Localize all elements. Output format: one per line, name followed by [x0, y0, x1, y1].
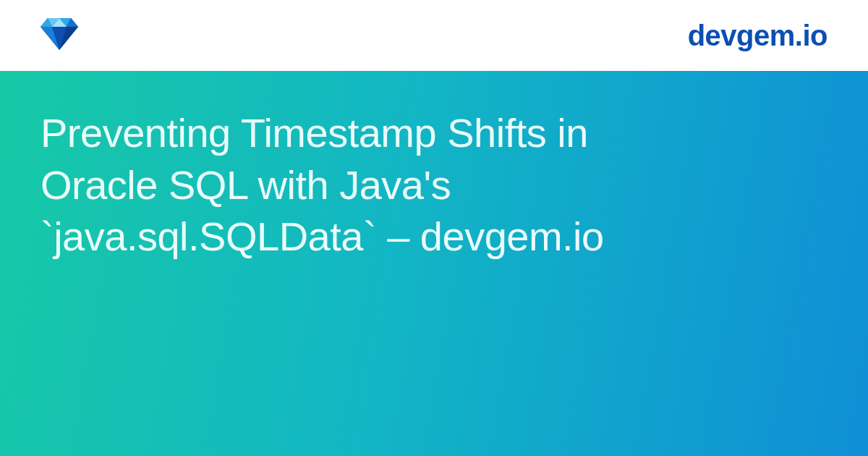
article-title: Preventing Timestamp Shifts in Oracle SQ… — [41, 107, 677, 263]
logo — [41, 18, 78, 53]
og-card: devgem.io Preventing Timestamp Shifts in… — [0, 0, 868, 456]
hero: Preventing Timestamp Shifts in Oracle SQ… — [0, 71, 868, 456]
gem-icon — [41, 18, 78, 53]
site-name: devgem.io — [688, 20, 827, 52]
header: devgem.io — [0, 0, 868, 71]
